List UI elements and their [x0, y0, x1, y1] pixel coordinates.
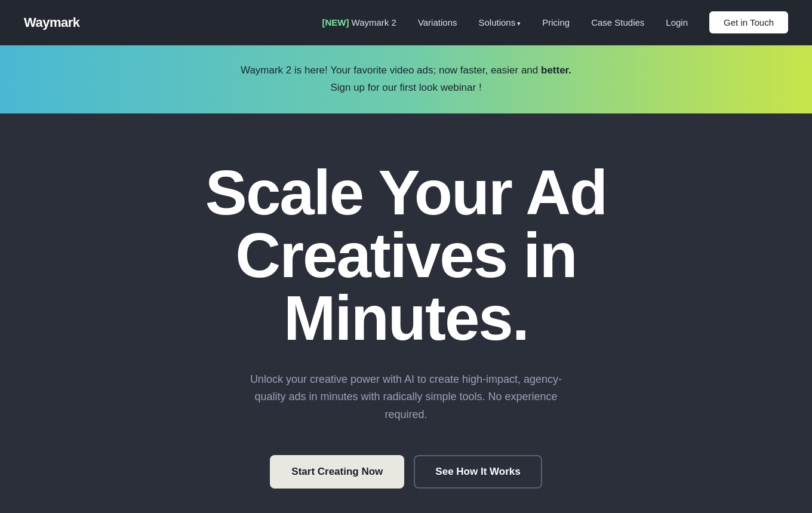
banner-text-after: Sign up for our first look webinar ! [330, 82, 481, 93]
nav-cta-button[interactable]: Get in Touch [709, 11, 788, 33]
hero-headline-line3: Minutes. [284, 283, 528, 353]
navigation: Waymark [NEW] Waymark 2 Variations Solut… [0, 0, 812, 45]
nav-item-pricing: Pricing [542, 17, 570, 28]
nav-item-waymark2: [NEW] Waymark 2 [322, 17, 396, 28]
nav-link-login[interactable]: Login [666, 17, 688, 27]
nav-links: [NEW] Waymark 2 Variations Solutions Pri… [322, 17, 788, 28]
nav-link-waymark2-label: Waymark 2 [352, 17, 396, 27]
hero-buttons: Start Creating Now See How It Works [270, 455, 542, 489]
nav-item-case-studies: Case Studies [591, 17, 644, 28]
announcement-banner: Waymark 2 is here! Your favorite video a… [0, 45, 812, 113]
nav-link-solutions[interactable]: Solutions [478, 17, 521, 27]
see-how-it-works-button[interactable]: See How It Works [414, 455, 542, 489]
hero-section: Scale Your Ad Creatives in Minutes. Unlo… [0, 113, 812, 513]
hero-headline-line2: Creatives in [235, 220, 576, 290]
nav-link-variations[interactable]: Variations [418, 17, 457, 27]
hero-headline: Scale Your Ad Creatives in Minutes. [205, 161, 607, 349]
new-badge: [NEW] [322, 17, 349, 27]
start-creating-button[interactable]: Start Creating Now [270, 455, 404, 489]
hero-subtext: Unlock your creative power with AI to cr… [239, 371, 573, 424]
nav-link-case-studies[interactable]: Case Studies [591, 17, 644, 27]
nav-link-waymark2[interactable]: [NEW] Waymark 2 [322, 17, 396, 27]
banner-bold-word: better. [541, 64, 571, 76]
logo[interactable]: Waymark [24, 15, 80, 30]
nav-item-login: Login [666, 17, 688, 28]
banner-text-before: Waymark 2 is here! Your favorite video a… [241, 64, 538, 76]
hero-headline-line1: Scale Your Ad [205, 158, 607, 228]
nav-item-solutions: Solutions [478, 17, 521, 28]
banner-text: Waymark 2 is here! Your favorite video a… [24, 62, 788, 97]
nav-link-pricing[interactable]: Pricing [542, 17, 570, 27]
nav-item-variations: Variations [418, 17, 457, 28]
nav-item-cta: Get in Touch [709, 17, 788, 28]
